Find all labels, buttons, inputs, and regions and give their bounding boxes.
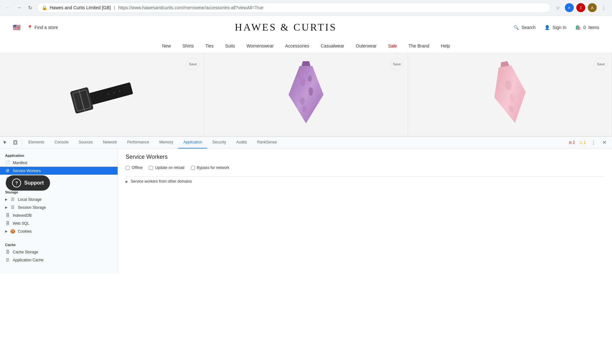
tab-audits[interactable]: Audits xyxy=(231,136,252,149)
nav-new[interactable]: New xyxy=(162,43,171,48)
sidebar-item-local-storage[interactable]: ▶ ☰ Local Storage xyxy=(0,195,118,203)
offline-checkbox-label[interactable]: Offline xyxy=(126,165,142,170)
sidebar-item-indexeddb[interactable]: 🗄 IndexedDB xyxy=(0,211,118,219)
nav-brand[interactable]: The Brand xyxy=(408,43,429,48)
svg-point-8 xyxy=(300,77,305,86)
local-storage-icon: ☰ xyxy=(10,197,15,202)
sidebar-item-indexeddb-label: IndexedDB xyxy=(13,213,32,218)
product-card-pink-tie[interactable]: Save xyxy=(408,53,612,136)
bypass-for-network-label: Bypass for network xyxy=(197,165,229,170)
bypass-for-network-checkbox-label[interactable]: Bypass for network xyxy=(191,165,229,170)
nav-help[interactable]: Help xyxy=(441,43,450,48)
signin-button[interactable]: 👤 Sign In xyxy=(544,25,566,30)
purple-tie-image xyxy=(274,60,338,130)
sidebar-item-manifest-label: Manifest xyxy=(13,161,27,165)
checkbox-row: Offline Update on reload Bypass for netw… xyxy=(126,165,604,170)
tab-network[interactable]: Network xyxy=(98,136,122,149)
tab-console[interactable]: Console xyxy=(49,136,74,149)
devtools-device-button[interactable] xyxy=(10,137,20,148)
manifest-icon: 📄 xyxy=(5,160,10,165)
sidebar-divider-2 xyxy=(0,235,118,240)
app-section-title: Application xyxy=(0,151,118,159)
nav-outerwear[interactable]: Outerwear xyxy=(356,43,376,48)
nav-shirts[interactable]: Shirts xyxy=(182,43,194,48)
web-sql-icon: 🗄 xyxy=(5,221,10,226)
site-right: 🔍 Search 👤 Sign In 🛍️ 0 Items xyxy=(514,25,599,30)
search-icon: 🔍 xyxy=(514,25,519,30)
cookies-chevron: ▶ xyxy=(5,229,8,233)
tab-elements[interactable]: Elements xyxy=(23,136,49,149)
extension2-button[interactable]: Z xyxy=(576,3,585,12)
product-card-belt[interactable]: Save xyxy=(0,53,204,136)
sidebar-item-app-cache[interactable]: ☰ Application Cache xyxy=(0,256,118,264)
search-button[interactable]: 🔍 Search xyxy=(514,25,536,30)
extension1-button[interactable]: e xyxy=(565,3,574,12)
tab-application[interactable]: Application xyxy=(178,136,207,149)
cursor-icon xyxy=(3,140,8,145)
nav-accessories[interactable]: Accessories xyxy=(285,43,309,48)
close-devtools-button[interactable]: ✕ xyxy=(599,137,609,148)
bypass-for-network-checkbox[interactable] xyxy=(191,166,195,170)
devtools-cursor-button[interactable] xyxy=(0,137,10,148)
update-on-reload-checkbox-label[interactable]: Update on reload xyxy=(149,165,184,170)
service-workers-other-domains-row[interactable]: ▶ Service workers from other domains xyxy=(126,176,604,186)
sidebar-item-cookies-label: Cookies xyxy=(18,229,32,234)
sidebar-item-session-storage-label: Session Storage xyxy=(18,205,46,210)
sidebar-item-cache-storage-label: Cache Storage xyxy=(13,250,38,254)
support-button[interactable]: ? Support xyxy=(6,175,50,191)
offline-checkbox[interactable] xyxy=(126,166,130,170)
location-icon: 📍 xyxy=(27,25,33,30)
sidebar-item-app-cache-label: Application Cache xyxy=(13,258,44,262)
nav-sale[interactable]: Sale xyxy=(388,43,397,48)
reload-button[interactable]: ↻ xyxy=(26,3,34,12)
local-storage-chevron: ▶ xyxy=(5,198,8,201)
belt-image xyxy=(67,66,137,123)
svg-marker-13 xyxy=(302,61,310,66)
warn-count: 1 xyxy=(584,140,586,145)
avatar[interactable]: A xyxy=(588,3,597,12)
product-card-purple-tie[interactable]: Save xyxy=(204,53,408,136)
tab-ranksense[interactable]: RankSense xyxy=(252,136,282,149)
browser-chrome: ← → ↻ 🔒 Hawes and Curtis Limited [GB] | … xyxy=(0,0,612,16)
sidebar-item-cookies[interactable]: ▶ 🍪 Cookies xyxy=(0,227,118,235)
forward-button[interactable]: → xyxy=(15,3,24,12)
save-purple-tie-button[interactable]: Save xyxy=(390,58,403,70)
sidebar-item-web-sql-label: Web SQL xyxy=(13,221,29,226)
flag-icon: 🇺🇸 xyxy=(13,24,21,31)
find-store-button[interactable]: 📍 Find a store xyxy=(27,25,58,30)
sidebar-item-cache-storage[interactable]: 🗄 Cache Storage xyxy=(0,248,118,256)
error-icon: ⊘ xyxy=(569,140,572,145)
menu-button[interactable]: ⋮ xyxy=(599,3,608,12)
browser-actions: ☆ e Z A ⋮ xyxy=(553,3,608,12)
site-left: 🇺🇸 📍 Find a store xyxy=(13,24,58,31)
tab-sources[interactable]: Sources xyxy=(74,136,98,149)
nav-ties[interactable]: Ties xyxy=(205,43,214,48)
cart-button[interactable]: 🛍️ 0 Items xyxy=(575,25,599,30)
device-icon xyxy=(13,140,18,145)
nav-casualwear[interactable]: Casualwear xyxy=(321,43,344,48)
sidebar-item-manifest[interactable]: 📄 Manifest xyxy=(0,159,118,167)
tab-memory[interactable]: Memory xyxy=(154,136,178,149)
nav-womenswear[interactable]: Womenswear xyxy=(246,43,273,48)
svg-point-10 xyxy=(300,97,305,105)
address-site: Hawes and Curtis Limited [GB] xyxy=(50,5,111,10)
sidebar-item-service-workers[interactable]: ⚙ Service Workers xyxy=(0,167,118,175)
find-store-label: Find a store xyxy=(34,25,58,30)
save-belt-button[interactable]: Save xyxy=(186,58,199,70)
update-on-reload-checkbox[interactable] xyxy=(149,166,153,170)
save-pink-tie-button[interactable]: Save xyxy=(594,58,607,70)
sidebar-item-web-sql[interactable]: 🗄 Web SQL xyxy=(0,219,118,227)
tab-performance[interactable]: Performance xyxy=(122,136,154,149)
more-tools-button[interactable]: ⋮ xyxy=(588,137,599,148)
bookmark-button[interactable]: ☆ xyxy=(553,3,562,12)
error-badge: ⊘ 2 xyxy=(567,140,577,145)
back-button[interactable]: ← xyxy=(4,3,13,12)
sidebar-item-session-storage[interactable]: ▶ ☰ Session Storage xyxy=(0,203,118,211)
cache-section-title: Cache xyxy=(0,240,118,248)
address-bar[interactable]: 🔒 Hawes and Curtis Limited [GB] | https:… xyxy=(37,3,551,13)
session-storage-icon: ☰ xyxy=(10,205,15,210)
tab-security[interactable]: Security xyxy=(207,136,231,149)
expand-other-domains-icon: ▶ xyxy=(126,180,128,183)
error-count: 2 xyxy=(573,140,575,145)
nav-suits[interactable]: Suits xyxy=(225,43,235,48)
